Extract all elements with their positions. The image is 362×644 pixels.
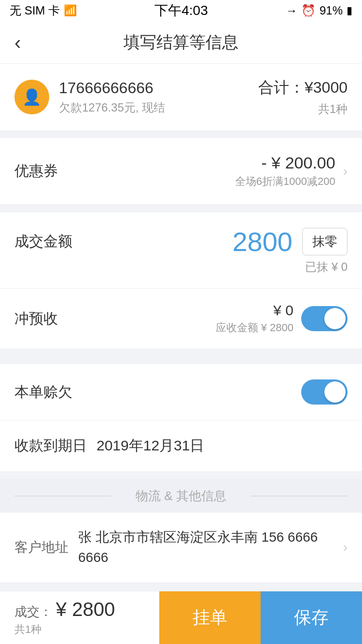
coupon-right: - ¥ 200.00 全场6折满1000减200 › xyxy=(235,154,348,189)
prepay-receivable: 应收金额 ¥ 2800 xyxy=(216,321,293,335)
address-value: 张 北京市市辖区海淀区永丰南 156 6666 6666 xyxy=(78,527,334,568)
prepay-amount: ¥ 0 xyxy=(216,302,293,319)
customer-debt: 欠款1276.35元, 现结 xyxy=(59,100,165,115)
credit-toggle[interactable] xyxy=(301,379,348,405)
divider-line-left xyxy=(14,496,111,496)
duedate-value: 2019年12月31日 xyxy=(97,436,204,456)
credit-toggle-knob xyxy=(324,381,346,403)
customer-right: 合计：¥3000 共1种 xyxy=(258,77,348,117)
credit-label: 本单赊欠 xyxy=(14,382,72,402)
divider-1 xyxy=(0,205,362,212)
content-area: 👤 17666666666 欠款1276.35元, 现结 合计：¥3000 共1… xyxy=(0,64,362,644)
coupon-label: 优惠券 xyxy=(14,161,58,181)
hang-label: 挂单 xyxy=(193,606,227,630)
customer-left: 👤 17666666666 欠款1276.35元, 现结 xyxy=(14,79,165,115)
coupon-chevron-icon: › xyxy=(343,164,348,179)
credit-section: 本单赊欠 收款到期日 2019年12月31日 xyxy=(0,364,362,471)
amount-value: 2800 xyxy=(232,228,292,255)
address-row[interactable]: 客户地址 张 北京市市辖区海淀区永丰南 156 6666 6666 › xyxy=(0,513,362,582)
bottom-summary: 成交： ¥ 2800 共1种 xyxy=(0,599,159,637)
alarm-icon: ⏰ xyxy=(301,4,316,17)
page-title: 填写结算等信息 xyxy=(124,31,238,54)
prepay-toggle[interactable] xyxy=(301,306,348,331)
divider-3 xyxy=(0,471,362,479)
round-button[interactable]: 抹零 xyxy=(302,228,348,255)
amount-section: 成交金额 2800 抹零 已抹 ¥ 0 xyxy=(0,212,362,288)
logistics-section-divider: 物流 & 其他信息 xyxy=(0,479,362,513)
divider-line-right xyxy=(251,496,348,496)
divider-2 xyxy=(0,349,362,356)
prepay-row: 冲预收 ¥ 0 应收金额 ¥ 2800 xyxy=(0,288,362,349)
address-label: 客户地址 xyxy=(14,538,69,557)
customer-card: 👤 17666666666 欠款1276.35元, 现结 合计：¥3000 共1… xyxy=(0,64,362,130)
credit-row: 本单赊欠 xyxy=(0,364,362,420)
status-time: 下午4:03 xyxy=(154,1,208,20)
amount-label: 成交金额 xyxy=(14,232,72,252)
amount-sub: 已抹 ¥ 0 xyxy=(0,259,362,288)
prepay-right: ¥ 0 应收金额 ¥ 2800 xyxy=(216,302,348,335)
save-button[interactable]: 保存 xyxy=(261,591,362,644)
status-bar: 无 SIM 卡 📶 下午4:03 → ⏰ 91% ▮ xyxy=(0,0,362,21)
status-right: → ⏰ 91% ▮ xyxy=(286,4,352,17)
coupon-amount: - ¥ 200.00 xyxy=(235,154,335,172)
duedate-label: 收款到期日 xyxy=(14,436,87,456)
coupon-discount: - ¥ 200.00 全场6折满1000减200 xyxy=(235,154,335,189)
battery-label: 91% xyxy=(320,4,343,17)
bottom-summary-main: 成交： ¥ 2800 xyxy=(14,599,145,620)
status-left: 无 SIM 卡 📶 xyxy=(10,3,77,18)
customer-count: 共1种 xyxy=(258,101,348,117)
carrier-label: 无 SIM 卡 xyxy=(10,3,60,18)
wifi-icon: 📶 xyxy=(64,4,77,17)
back-button[interactable]: ‹ xyxy=(14,33,21,52)
bottom-bar: 成交： ¥ 2800 共1种 挂单 保存 xyxy=(0,591,362,644)
hang-button[interactable]: 挂单 xyxy=(159,591,261,644)
amount-row: 成交金额 2800 抹零 xyxy=(0,212,362,259)
amount-right: 2800 抹零 xyxy=(232,228,348,255)
coupon-desc: 全场6折满1000减200 xyxy=(235,174,335,189)
prepay-info: ¥ 0 应收金额 ¥ 2800 xyxy=(216,302,293,335)
address-chevron-icon: › xyxy=(343,540,348,555)
logistics-label: 物流 & 其他信息 xyxy=(136,488,226,504)
prepay-label: 冲预收 xyxy=(14,309,58,329)
summary-amount: ¥ 2800 xyxy=(56,599,115,620)
save-label: 保存 xyxy=(294,606,329,630)
summary-count: 共1种 xyxy=(14,622,145,637)
prepay-toggle-knob xyxy=(324,308,346,329)
customer-info: 17666666666 欠款1276.35元, 现结 xyxy=(59,79,165,115)
duedate-row: 收款到期日 2019年12月31日 xyxy=(0,420,362,471)
nav-bar: ‹ 填写结算等信息 xyxy=(0,21,362,64)
avatar-icon: 👤 xyxy=(22,88,42,106)
customer-phone: 17666666666 xyxy=(59,79,165,97)
customer-total: 合计：¥3000 xyxy=(258,77,348,98)
summary-label: 成交： xyxy=(14,604,52,619)
coupon-row[interactable]: 优惠券 - ¥ 200.00 全场6折满1000减200 › xyxy=(0,138,362,205)
battery-icon: ▮ xyxy=(347,4,352,17)
location-icon: → xyxy=(286,4,297,17)
avatar: 👤 xyxy=(14,80,49,114)
